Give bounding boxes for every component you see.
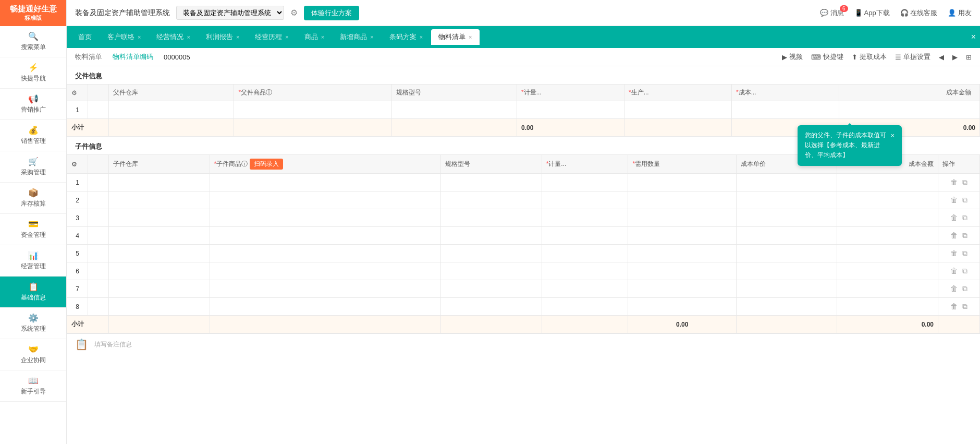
child-row-unit-cost-7[interactable] xyxy=(736,280,837,298)
copy-icon-4[interactable]: ⧉ xyxy=(962,231,967,239)
sidebar-item-6[interactable]: 💳资金管理 xyxy=(0,214,66,245)
trial-button[interactable]: 体验行业方案 xyxy=(304,6,359,20)
child-row-product-2[interactable] xyxy=(210,191,441,209)
child-row-spec-8[interactable] xyxy=(441,298,542,316)
child-col-settings[interactable]: ⚙ xyxy=(67,155,88,174)
child-row-warehouse-8[interactable] xyxy=(109,298,210,316)
delete-icon-8[interactable]: 🗑 xyxy=(950,302,958,310)
child-row-unit-7[interactable] xyxy=(542,280,628,298)
nav-tab-2[interactable]: 经营情况× xyxy=(149,29,197,45)
nav-tab-6[interactable]: 新增商品× xyxy=(333,29,381,45)
child-row-spec-7[interactable] xyxy=(441,280,542,298)
nav-tab-7[interactable]: 条码方案× xyxy=(382,29,430,45)
child-row-product-8[interactable] xyxy=(210,298,441,316)
sidebar-item-4[interactable]: 🛒采购管理 xyxy=(0,151,66,183)
scan-input-btn[interactable]: 扫码录入 xyxy=(250,159,283,170)
delete-icon-5[interactable]: 🗑 xyxy=(950,249,958,257)
sidebar-item-9[interactable]: ⚙️系统管理 xyxy=(0,308,66,339)
nav-tab-3[interactable]: 利润报告× xyxy=(199,29,247,45)
tooltip-close-btn[interactable]: × xyxy=(890,130,895,141)
nav-tab-close-2[interactable]: × xyxy=(187,34,190,40)
delete-icon-4[interactable]: 🗑 xyxy=(950,231,958,239)
child-row-spec-6[interactable] xyxy=(441,262,542,280)
copy-icon-1[interactable]: ⧉ xyxy=(962,178,967,186)
child-row-qty-5[interactable] xyxy=(628,245,736,262)
child-row-spec-4[interactable] xyxy=(441,227,542,245)
nav-tab-close-4[interactable]: × xyxy=(285,34,288,40)
messages-btn[interactable]: 💬 消息 6 xyxy=(820,8,844,18)
child-row-qty-8[interactable] xyxy=(628,298,736,316)
child-row-unit-cost-1[interactable] xyxy=(736,174,837,191)
nav-tab-1[interactable]: 客户联络× xyxy=(100,29,148,45)
bottom-icon[interactable]: 📋 xyxy=(75,338,88,351)
sidebar-item-7[interactable]: 📊经营管理 xyxy=(0,245,66,277)
view-btn[interactable]: ▶ 视频 xyxy=(782,52,803,62)
extract-cost-btn[interactable]: ⬆ 提取成本 xyxy=(852,52,887,62)
child-row-product-6[interactable] xyxy=(210,262,441,280)
parent-row-cost[interactable] xyxy=(731,101,839,119)
breadcrumb-item-1[interactable]: 物料清单 xyxy=(75,52,102,62)
child-row-product-7[interactable] xyxy=(210,280,441,298)
child-row-qty-4[interactable] xyxy=(628,227,736,245)
delete-icon-2[interactable]: 🗑 xyxy=(950,196,958,204)
child-row-warehouse-1[interactable] xyxy=(109,174,210,191)
parent-row-produce[interactable] xyxy=(624,101,731,119)
nav-tab-0[interactable]: 首页 xyxy=(71,29,99,45)
child-row-unit-5[interactable] xyxy=(542,245,628,262)
sidebar-item-10[interactable]: 🤝企业协同 xyxy=(0,339,66,370)
child-row-warehouse-2[interactable] xyxy=(109,191,210,209)
user-avatar[interactable]: 👤 用友 xyxy=(948,8,972,18)
child-row-unit-4[interactable] xyxy=(542,227,628,245)
nav-tab-4[interactable]: 经营历程× xyxy=(248,29,296,45)
child-row-warehouse-6[interactable] xyxy=(109,262,210,280)
copy-icon-8[interactable]: ⧉ xyxy=(962,302,967,310)
delete-icon-1[interactable]: 🗑 xyxy=(950,178,958,186)
nav-prev-btn[interactable]: ◀ xyxy=(939,53,944,61)
child-row-unit-3[interactable] xyxy=(542,209,628,227)
child-row-warehouse-5[interactable] xyxy=(109,245,210,262)
settings-icon[interactable]: ⚙ xyxy=(290,8,298,18)
nav-tab-close-8[interactable]: × xyxy=(469,34,472,40)
parent-row-unit[interactable] xyxy=(517,101,624,119)
child-row-spec-2[interactable] xyxy=(441,191,542,209)
nav-tab-close-5[interactable]: × xyxy=(321,34,324,40)
copy-icon-7[interactable]: ⧉ xyxy=(962,284,967,293)
copy-icon-2[interactable]: ⧉ xyxy=(962,196,967,204)
parent-row-warehouse[interactable] xyxy=(109,101,234,119)
sidebar-item-1[interactable]: ⚡快捷导航 xyxy=(0,57,66,89)
nav-next-btn[interactable]: ▶ xyxy=(952,53,958,61)
child-row-qty-6[interactable] xyxy=(628,262,736,280)
shortcut-btn[interactable]: ⌨ 快捷键 xyxy=(811,52,843,62)
copy-icon-6[interactable]: ⧉ xyxy=(962,267,967,275)
nav-tab-close-6[interactable]: × xyxy=(370,34,373,40)
parent-col-settings[interactable]: ⚙ xyxy=(67,85,88,101)
sidebar-item-0[interactable]: 🔍搜索菜单 xyxy=(0,26,66,57)
child-row-warehouse-3[interactable] xyxy=(109,209,210,227)
sidebar-item-2[interactable]: 📢营销推广 xyxy=(0,89,66,120)
child-row-unit-cost-2[interactable] xyxy=(736,191,837,209)
child-row-warehouse-7[interactable] xyxy=(109,280,210,298)
sidebar-item-11[interactable]: 📖新手引导 xyxy=(0,370,66,402)
child-row-warehouse-4[interactable] xyxy=(109,227,210,245)
child-row-qty-1[interactable] xyxy=(628,174,736,191)
nav-tabs-close-all[interactable]: × xyxy=(971,32,976,42)
app-download-btn[interactable]: 📱 App下载 xyxy=(854,8,890,18)
child-row-unit-8[interactable] xyxy=(542,298,628,316)
parent-row-product[interactable] xyxy=(234,101,391,119)
single-settings-btn[interactable]: ☰ 单据设置 xyxy=(895,52,930,62)
copy-icon-5[interactable]: ⧉ xyxy=(962,249,967,257)
child-row-qty-3[interactable] xyxy=(628,209,736,227)
child-row-spec-1[interactable] xyxy=(441,174,542,191)
child-row-qty-2[interactable] xyxy=(628,191,736,209)
grid-view-btn[interactable]: ⊞ xyxy=(966,53,972,61)
nav-tab-close-7[interactable]: × xyxy=(420,34,423,40)
child-row-spec-5[interactable] xyxy=(441,245,542,262)
child-row-product-4[interactable] xyxy=(210,227,441,245)
nav-tab-5[interactable]: 商品× xyxy=(297,29,332,45)
parent-row-spec[interactable] xyxy=(391,101,517,119)
nav-tab-close-3[interactable]: × xyxy=(236,34,239,40)
child-row-unit-6[interactable] xyxy=(542,262,628,280)
child-row-qty-7[interactable] xyxy=(628,280,736,298)
child-row-unit-2[interactable] xyxy=(542,191,628,209)
child-row-spec-3[interactable] xyxy=(441,209,542,227)
